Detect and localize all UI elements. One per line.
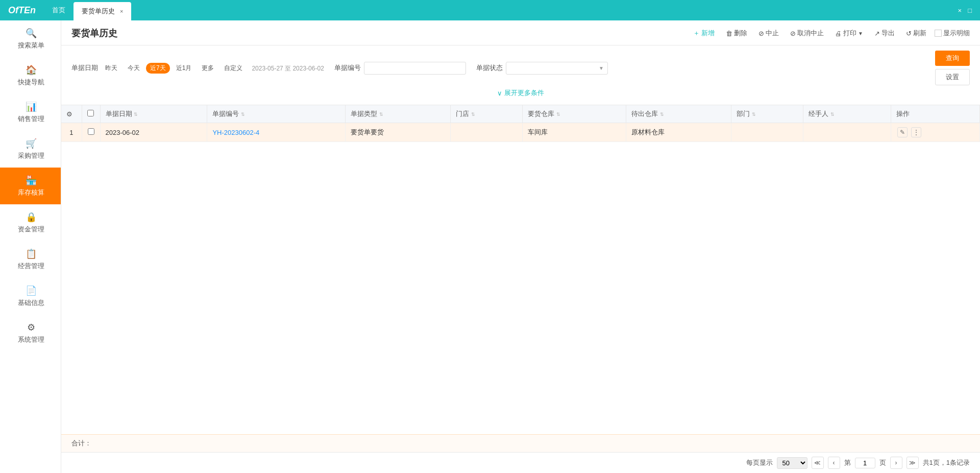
sidebar-item-basic-info[interactable]: 📄 基础信息 <box>0 278 61 315</box>
expand-more-button[interactable]: ∨ 展开更多条件 <box>71 85 970 100</box>
delete-button[interactable]: 🗑 删除 <box>723 27 750 40</box>
tab-requisition-history[interactable]: 要货单历史 × <box>74 2 131 20</box>
date-range-text: 2023-05-27 至 2023-06-02 <box>252 64 324 73</box>
table-header: ⚙ 单据日期 ⇅ 单据编号 ⇅ <box>61 105 980 123</box>
docno-link[interactable]: YH-20230602-4 <box>212 129 259 136</box>
inventory-icon: 🏪 <box>26 175 37 186</box>
tab-home[interactable]: 首页 <box>44 0 74 20</box>
page-first-button[interactable]: ≪ <box>812 457 824 469</box>
cell-handler <box>803 123 891 142</box>
date-pill-today[interactable]: 今天 <box>124 63 144 74</box>
date-pill-more[interactable]: 更多 <box>198 63 218 74</box>
th-pending-warehouse[interactable]: 待出仓库 ⇅ <box>626 105 731 123</box>
cancel-stop-button[interactable]: ⊘ 取消中止 <box>787 27 827 40</box>
th-req-warehouse[interactable]: 要货仓库 ⇅ <box>522 105 626 123</box>
cell-checkbox[interactable] <box>82 123 100 142</box>
sidebar-item-label: 资金管理 <box>18 225 44 234</box>
chart-icon: 📊 <box>26 101 37 112</box>
tab-close-icon[interactable]: × <box>120 8 123 14</box>
status-filter-select[interactable] <box>506 62 608 75</box>
date-pill-7days[interactable]: 近7天 <box>146 63 170 74</box>
sidebar-item-label: 采购管理 <box>18 151 44 160</box>
table-row[interactable]: 1 2023-06-02 YH-20230602-4 要货单要货 车间库 原材料… <box>61 123 980 142</box>
stop-label: 中止 <box>766 29 779 38</box>
row-edit-icon[interactable]: ✎ <box>897 127 908 137</box>
refresh-button[interactable]: ↺ 刷新 <box>903 27 929 40</box>
select-all-checkbox[interactable] <box>87 110 94 116</box>
export-icon: ↗ <box>874 30 880 37</box>
th-settings[interactable]: ⚙ <box>61 105 82 123</box>
data-table: ⚙ 单据日期 ⇅ 单据编号 ⇅ <box>61 105 980 142</box>
query-button[interactable]: 查询 <box>935 51 970 66</box>
date-pill-yesterday[interactable]: 昨天 <box>101 63 121 74</box>
sort-icon-docno: ⇅ <box>241 112 245 117</box>
docno-filter-input[interactable] <box>364 62 466 75</box>
th-handler-label: 经手人 <box>808 110 828 117</box>
refresh-icon: ↺ <box>906 30 912 37</box>
sidebar-item-sales[interactable]: 📊 销售管理 <box>0 94 61 131</box>
sort-icon-req-warehouse: ⇅ <box>556 112 560 117</box>
sidebar-item-inventory[interactable]: 🏪 库存核算 <box>0 168 61 204</box>
sort-icon-doctype: ⇅ <box>379 112 383 117</box>
finance-icon: 🔒 <box>26 211 37 223</box>
total-info: 共1页，1条记录 <box>923 458 970 467</box>
page-next-button[interactable]: › <box>890 457 902 469</box>
sort-icon-department: ⇅ <box>752 112 756 117</box>
settings-icon: ⚙ <box>66 110 72 118</box>
row-checkbox[interactable] <box>88 128 94 135</box>
page-size-select[interactable]: 50 20 100 <box>777 457 807 469</box>
content-area: 要货单历史 ＋ 新增 🗑 删除 ⊘ 中止 ⊘ <box>61 20 980 473</box>
page-label: 页 <box>879 458 886 467</box>
row-more-icon[interactable]: ⋮ <box>911 127 921 137</box>
sidebar-item-quick-nav[interactable]: 🏠 快捷导航 <box>0 57 61 94</box>
sidebar-item-operations[interactable]: 📋 经营管理 <box>0 241 61 278</box>
th-checkbox[interactable] <box>82 105 100 123</box>
cell-req-warehouse: 车间库 <box>522 123 626 142</box>
date-pill-custom[interactable]: 自定义 <box>220 63 247 74</box>
date-pill-1month[interactable]: 近1月 <box>172 63 196 74</box>
stop-button[interactable]: ⊘ 中止 <box>755 27 782 40</box>
th-handler[interactable]: 经手人 ⇅ <box>803 105 891 123</box>
main-layout: 🔍 搜索菜单 🏠 快捷导航 📊 销售管理 🛒 采购管理 🏪 库存核算 🔒 资金管… <box>0 20 980 473</box>
summary-bar: 合计： <box>61 434 980 452</box>
th-department[interactable]: 部门 ⇅ <box>731 105 803 123</box>
sidebar-item-finance[interactable]: 🔒 资金管理 <box>0 204 61 241</box>
filter-area: 单据日期 昨天 今天 近7天 近1月 更多 自定义 2023-05-27 至 2… <box>61 45 980 105</box>
sidebar: 🔍 搜索菜单 🏠 快捷导航 📊 销售管理 🛒 采购管理 🏪 库存核算 🔒 资金管… <box>0 20 61 473</box>
sidebar-item-search-menu[interactable]: 🔍 搜索菜单 <box>0 20 61 57</box>
home-icon: 🏠 <box>26 64 37 76</box>
page-last-button[interactable]: ≫ <box>906 457 919 469</box>
page-prev-button[interactable]: ‹ <box>828 457 840 469</box>
display-cell-toggle[interactable]: 显示明细 <box>935 29 970 38</box>
cell-op: ✎ ⋮ <box>891 123 979 142</box>
top-bar-right: × □ <box>958 7 980 14</box>
add-button[interactable]: ＋ 新增 <box>690 27 718 40</box>
page-header: 要货单历史 ＋ 新增 🗑 删除 ⊘ 中止 ⊘ <box>61 20 980 45</box>
page-label-before: 第 <box>844 458 851 467</box>
cell-store <box>451 123 523 142</box>
sort-icon-pending-warehouse: ⇅ <box>660 112 664 117</box>
th-date[interactable]: 单据日期 ⇅ <box>100 105 207 123</box>
sidebar-item-purchase[interactable]: 🛒 采购管理 <box>0 131 61 168</box>
delete-label: 删除 <box>734 29 747 38</box>
print-button[interactable]: 🖨 打印 ▼ <box>832 27 866 40</box>
search-icon: 🔍 <box>26 28 37 39</box>
summary-label: 合计： <box>71 439 91 447</box>
page-title: 要货单历史 <box>71 27 117 39</box>
docno-filter-label: 单据编号 <box>334 63 361 73</box>
expand-label: 展开更多条件 <box>504 88 544 98</box>
cancel-stop-icon: ⊘ <box>790 30 796 37</box>
th-doctype[interactable]: 单据类型 ⇅ <box>346 105 451 123</box>
ops-icon: 📋 <box>26 248 37 259</box>
export-button[interactable]: ↗ 导出 <box>871 27 898 40</box>
sidebar-item-system[interactable]: ⚙ 系统管理 <box>0 315 61 351</box>
docno-filter-group: 单据编号 <box>334 62 466 75</box>
setting-button[interactable]: 设置 <box>935 69 970 85</box>
th-docno[interactable]: 单据编号 ⇅ <box>207 105 346 123</box>
status-filter-group: 单据状态 ▼ <box>476 62 608 75</box>
window-close-icon[interactable]: × <box>958 7 962 14</box>
window-maximize-icon[interactable]: □ <box>968 7 972 14</box>
page-number-input[interactable]: 1 <box>855 458 875 468</box>
table-body: 1 2023-06-02 YH-20230602-4 要货单要货 车间库 原材料… <box>61 123 980 142</box>
th-store[interactable]: 门店 ⇅ <box>451 105 523 123</box>
